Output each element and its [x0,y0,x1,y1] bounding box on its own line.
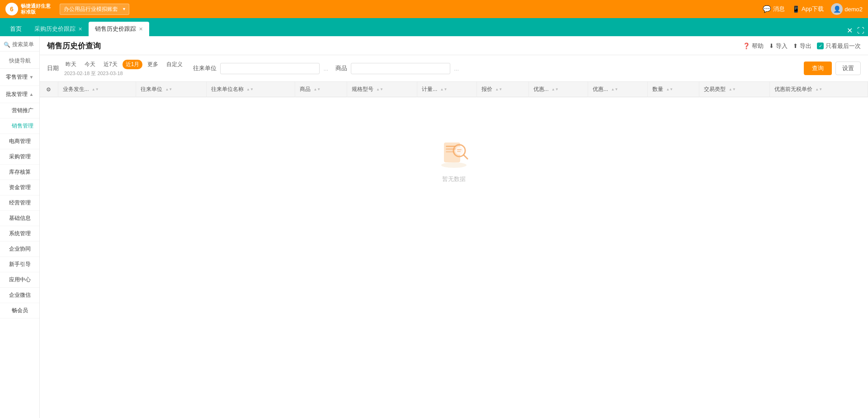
sort-quantity[interactable]: ▲▼ [666,88,673,91]
sort-partner-code[interactable]: ▲▼ [165,88,172,91]
sidebar-item-purchase[interactable]: 采购管理 [0,149,39,165]
sidebar-item-retail[interactable]: 零售管理 ▼ [0,69,39,86]
header-right: 💬 消息 📱 App下载 👤 demo2 [763,3,863,15]
export-button[interactable]: ⬆ 导出 [793,42,811,50]
sidebar-item-ecommerce[interactable]: 电商管理 [0,134,39,149]
settings-icon[interactable]: ⚙ [46,86,51,93]
tab-home[interactable]: 首页 [4,22,28,36]
sort-discount2[interactable]: ▲▼ [611,88,618,91]
sort-price[interactable]: ▲▼ [495,88,502,91]
col-discount2-label: 优惠... [593,86,608,92]
sidebar-finance-label: 资金管理 [9,184,31,191]
user-menu[interactable]: 👤 demo2 [831,3,863,15]
date-btn-yesterday[interactable]: 昨天 [62,60,80,69]
content-area: 销售历史价查询 ❓ 帮助 ⬇ 导入 ⬆ 导出 ✓ 只看最后一次 [40,36,868,418]
sidebar-item-operations[interactable]: 经营管理 [0,195,39,211]
date-btn-more[interactable]: 更多 [144,60,161,69]
sort-pretax-price[interactable]: ▲▼ [815,88,822,91]
col-quantity[interactable]: 数量 ▲▼ [647,82,699,97]
sidebar-system-label: 系统管理 [9,230,31,238]
query-button[interactable]: 查询 [804,62,832,75]
empty-state: 暂无数据 [40,97,868,219]
tab-sales-history[interactable]: 销售历史价跟踪 ✕ [89,22,149,36]
svg-rect-8 [457,149,462,150]
date-btn-7days[interactable]: 近7天 [100,60,121,69]
col-pretax-price[interactable]: 优惠前无税单价 ▲▼ [769,82,868,97]
sort-product[interactable]: ▲▼ [313,88,321,91]
sidebar-search[interactable]: 🔍 搜索菜单 [0,36,39,52]
col-biz-date[interactable]: 业务发生... ▲▼ [58,82,136,97]
sort-spec[interactable]: ▲▼ [376,88,383,91]
app-download-button[interactable]: 📱 App下载 [792,5,824,13]
sidebar-item-marketing[interactable]: 营销推广 [0,103,39,119]
svg-rect-9 [457,151,461,152]
tab-purchase-close[interactable]: ✕ [78,26,82,32]
sidebar-item-inventory[interactable]: 库存核算 [0,165,39,180]
sidebar-item-app-center[interactable]: 应用中心 [0,272,39,288]
col-product[interactable]: 商品 ▲▼ [295,82,347,97]
sort-biz-date[interactable]: ▲▼ [92,88,99,91]
sidebar-item-wechat[interactable]: 企业微信 [0,288,39,303]
col-discount1[interactable]: 优惠... ▲▼ [528,82,588,97]
import-icon: ⬇ [769,43,774,49]
product-filter-input[interactable] [351,63,450,74]
breadcrumb-selector[interactable]: 办公用品行业模拟账套 [60,4,129,15]
logo-area: 6 畅捷通好生意 标准版 [5,3,51,15]
table-header: ⚙ 业务发生... ▲▼ 往来单位 ▲▼ 往来单位名称 ▲▼ [40,82,868,97]
col-product-label: 商品 [300,86,311,92]
sidebar-item-enterprise[interactable]: 企业协同 [0,242,39,257]
sort-trade-type[interactable]: ▲▼ [729,88,736,91]
close-window-button[interactable]: ✕ [847,27,853,34]
tab-purchase-history[interactable]: 采购历史价跟踪 ✕ [28,22,89,36]
col-quantity-label: 数量 [652,86,663,92]
message-icon: 💬 [763,5,771,13]
sort-discount1[interactable]: ▲▼ [552,88,559,91]
tab-sales-close[interactable]: ✕ [139,26,143,32]
col-trade-type-label: 交易类型 [704,86,726,92]
col-price[interactable]: 报价 ▲▼ [476,82,528,97]
col-discount2[interactable]: 优惠... ▲▼ [588,82,648,97]
date-btn-custom[interactable]: 自定义 [163,60,186,69]
partner-filter-group: 往来单位 ... [193,63,328,74]
only-last-toggle[interactable]: ✓ 只看最后一次 [817,42,861,50]
import-button[interactable]: ⬇ 导入 [769,42,788,50]
col-partner-name[interactable]: 往来单位名称 ▲▼ [206,82,295,97]
sidebar-item-wholesale[interactable]: 批发管理 ▲ [0,86,39,103]
col-trade-type[interactable]: 交易类型 ▲▼ [699,82,770,97]
date-btn-1month[interactable]: 近1月 [123,60,143,69]
phone-icon: 📱 [792,5,800,13]
maximize-button[interactable]: ⛶ [857,27,864,34]
only-last-checkbox[interactable]: ✓ [817,43,824,49]
col-unit[interactable]: 计量... ▲▼ [417,82,477,97]
sidebar-item-finance[interactable]: 资金管理 [0,180,39,195]
sidebar-item-member[interactable]: 畅会员 [0,303,39,318]
sidebar-item-guide[interactable]: 新手引导 [0,257,39,272]
sidebar-item-basic[interactable]: 基础信息 [0,211,39,226]
product-filter-label: 商品 [335,64,347,72]
settings-button[interactable]: 设置 [835,62,861,75]
sort-partner-name[interactable]: ▲▼ [246,88,254,91]
sidebar-item-sales-mgmt[interactable]: 销售管理 [0,119,39,134]
tab-bar: 首页 采购历史价跟踪 ✕ 销售历史价跟踪 ✕ ✕ ⛶ [0,18,868,36]
sidebar-nav[interactable]: 快捷导航 [0,52,39,69]
partner-filter-dots[interactable]: ... [323,65,328,72]
sort-unit[interactable]: ▲▼ [440,88,448,91]
product-filter-group: 商品 ... [335,63,459,74]
sidebar-operations-label: 经营管理 [9,199,31,207]
tab-purchase-label: 采购历史价跟踪 [34,25,75,33]
date-btn-today[interactable]: 今天 [81,60,99,69]
help-button[interactable]: ❓ 帮助 [743,42,764,50]
col-partner-code[interactable]: 往来单位 ▲▼ [136,82,207,97]
message-button[interactable]: 💬 消息 [763,5,785,13]
product-filter-dots[interactable]: ... [454,65,459,72]
col-spec[interactable]: 规格型号 ▲▼ [347,82,417,97]
page-title: 销售历史价查询 [47,41,101,51]
sidebar-item-system[interactable]: 系统管理 [0,226,39,242]
main-layout: 🔍 搜索菜单 快捷导航 零售管理 ▼ 批发管理 ▲ 营销推广 销售管理 电商管理… [0,36,868,418]
col-settings[interactable]: ⚙ [40,82,58,97]
sidebar-marketing-label: 营销推广 [12,107,33,114]
export-icon: ⬆ [793,43,798,49]
quick-nav-label[interactable]: 快捷导航 [0,55,39,66]
search-icon: 🔍 [4,42,10,48]
partner-filter-input[interactable] [220,63,320,74]
